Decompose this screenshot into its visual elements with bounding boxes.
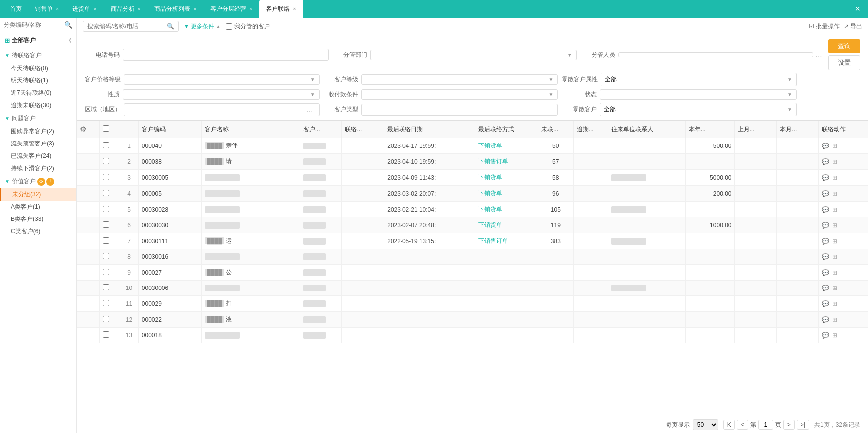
page-size-select[interactable]: 20 50 100: [693, 419, 718, 430]
sidebar-item-churned[interactable]: 已流失客户(24): [0, 150, 76, 162]
batch-operation-btn[interactable]: ☑ 批量操作: [809, 22, 840, 31]
grid-action-icon[interactable]: ⊞: [832, 222, 837, 229]
chat-icon[interactable]: 💬: [822, 253, 829, 260]
grid-action-icon[interactable]: ⊞: [832, 253, 837, 260]
close-customer-contact-tab[interactable]: ×: [293, 6, 296, 12]
reset-btn[interactable]: 设置: [828, 55, 860, 70]
tab-purchase[interactable]: 进货单 ×: [66, 0, 103, 18]
grid-action-icon[interactable]: ⊞: [832, 269, 837, 276]
customer-type-input[interactable]: [361, 104, 558, 116]
chat-icon[interactable]: 💬: [822, 316, 829, 323]
first-page-btn[interactable]: K: [723, 420, 735, 430]
row-checkbox[interactable]: [99, 202, 119, 217]
tab-customer-contact[interactable]: 客户联络 ×: [259, 0, 303, 18]
chat-icon[interactable]: 💬: [822, 143, 829, 149]
row-checkbox[interactable]: [99, 186, 119, 202]
row-checkbox[interactable]: [99, 328, 119, 343]
chat-icon[interactable]: 💬: [822, 190, 829, 197]
row-checkbox[interactable]: [99, 312, 119, 328]
close-product-analysis-tab[interactable]: ×: [137, 6, 140, 12]
row-checkbox[interactable]: [99, 296, 119, 312]
settings-icon[interactable]: ⚙: [80, 125, 86, 133]
filter-search-icon[interactable]: 🔍: [167, 23, 174, 30]
chat-icon[interactable]: 💬: [822, 206, 829, 213]
sidebar-group-value[interactable]: ▼ 价值客户 ⟳ !: [0, 175, 76, 188]
retail-customer-select[interactable]: 全部 ▼: [600, 103, 797, 116]
my-customers-filter[interactable]: 我分管的客户: [226, 22, 270, 31]
manager-select[interactable]: [618, 52, 813, 57]
grid-action-icon[interactable]: ⊞: [832, 300, 837, 307]
filter-search-box[interactable]: 🔍: [83, 21, 179, 32]
nature-select[interactable]: ▼: [123, 89, 320, 100]
row-checkbox[interactable]: [99, 154, 119, 170]
phone-input[interactable]: [123, 49, 329, 61]
grid-action-icon[interactable]: ⊞: [832, 143, 837, 149]
chat-icon[interactable]: 💬: [822, 158, 829, 165]
manager-dots-btn[interactable]: …: [813, 51, 824, 59]
dept-select[interactable]: ▼: [370, 50, 576, 60]
next-page-btn[interactable]: >: [783, 420, 795, 430]
close-product-list-tab[interactable]: ×: [193, 6, 196, 12]
sidebar-item-ungrouped[interactable]: 未分组(32): [0, 188, 76, 201]
close-all-icon[interactable]: ×: [851, 4, 864, 14]
grid-action-icon[interactable]: ⊞: [832, 174, 837, 181]
sidebar-search-box[interactable]: 🔍: [0, 18, 76, 32]
grid-action-icon[interactable]: ⊞: [832, 332, 837, 339]
chat-icon[interactable]: 💬: [822, 285, 829, 291]
close-purchase-tab[interactable]: ×: [93, 6, 96, 12]
tab-product-analysis[interactable]: 商品分析 ×: [104, 0, 147, 18]
tab-product-list[interactable]: 商品分析列表 ×: [147, 0, 203, 18]
payment-select[interactable]: ▼: [361, 89, 558, 100]
sidebar-all-customers[interactable]: ⊞ 全部客户 《: [0, 32, 76, 49]
sidebar-item-overdue-contact[interactable]: 逾期未联络(30): [0, 99, 76, 112]
select-all-checkbox[interactable]: [103, 125, 109, 132]
sidebar-item-class-a[interactable]: A类客户(1): [0, 201, 76, 213]
tab-home[interactable]: 首页: [4, 0, 28, 18]
sidebar-search-icon[interactable]: 🔍: [64, 21, 72, 29]
col-settings[interactable]: ⚙: [77, 121, 99, 138]
price-level-select[interactable]: ▼: [124, 74, 320, 85]
chat-icon[interactable]: 💬: [822, 332, 829, 339]
grid-action-icon[interactable]: ⊞: [832, 158, 837, 165]
chat-icon[interactable]: 💬: [822, 300, 829, 307]
region-select[interactable]: …: [124, 103, 320, 116]
sidebar-collapse-icon[interactable]: 《: [67, 37, 71, 44]
region-dots-btn[interactable]: …: [304, 106, 315, 114]
tab-customer-tier[interactable]: 客户分层经营 ×: [203, 0, 259, 18]
status-select[interactable]: ▼: [600, 89, 797, 100]
chat-icon[interactable]: 💬: [822, 174, 829, 181]
sidebar-group-pending[interactable]: ▼ 待联络客户: [0, 49, 76, 62]
retail-attr-select[interactable]: 全部 ▼: [601, 73, 797, 86]
prev-page-btn[interactable]: <: [737, 420, 748, 430]
grid-action-icon[interactable]: ⊞: [832, 238, 837, 245]
row-checkbox[interactable]: [99, 217, 119, 233]
row-checkbox[interactable]: [99, 281, 119, 296]
close-customer-tier-tab[interactable]: ×: [249, 6, 252, 12]
sidebar-item-tomorrow-contact[interactable]: 明天待联络(1): [0, 74, 76, 87]
grid-action-icon[interactable]: ⊞: [832, 206, 837, 213]
row-checkbox[interactable]: [99, 138, 119, 154]
grid-action-icon[interactable]: ⊞: [832, 190, 837, 197]
tab-sales[interactable]: 销售单 ×: [28, 0, 66, 18]
filter-more-btn[interactable]: ▼ 更多条件 ▲: [184, 22, 221, 31]
row-checkbox[interactable]: [99, 249, 119, 265]
last-page-btn[interactable]: >|: [797, 420, 809, 430]
export-btn[interactable]: ↗ 导出: [844, 22, 862, 31]
col-checkbox[interactable]: [99, 121, 119, 138]
customer-level-select[interactable]: ▼: [361, 74, 558, 85]
row-checkbox[interactable]: [99, 265, 119, 281]
sidebar-item-today-contact[interactable]: 今天待联络(0): [0, 62, 76, 74]
sidebar-item-class-c[interactable]: C类客户(6): [0, 225, 76, 238]
sidebar-item-churn-warn[interactable]: 流失预警客户(3): [0, 138, 76, 150]
chat-icon[interactable]: 💬: [822, 238, 829, 245]
row-checkbox[interactable]: [99, 233, 119, 249]
my-customers-checkbox[interactable]: [226, 23, 232, 30]
grid-action-icon[interactable]: ⊞: [832, 316, 837, 323]
filter-search-input[interactable]: [87, 23, 167, 30]
chat-icon[interactable]: 💬: [822, 269, 829, 276]
sidebar-group-problem[interactable]: ▼ 问题客户: [0, 112, 76, 125]
sidebar-item-abnormal[interactable]: 囤购异常客户(2): [0, 125, 76, 138]
sidebar-item-week-contact[interactable]: 近7天待联络(0): [0, 87, 76, 99]
page-number-input[interactable]: [758, 420, 773, 430]
sidebar-search-input[interactable]: [4, 21, 64, 28]
